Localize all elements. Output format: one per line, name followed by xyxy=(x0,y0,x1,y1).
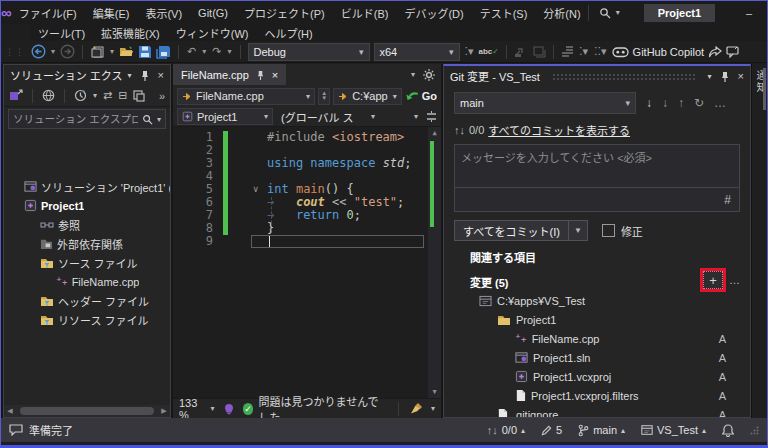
open-folder-icon[interactable] xyxy=(119,45,134,58)
pending-edits[interactable]: 5 xyxy=(541,424,562,436)
menu-item[interactable]: 拡張機能(X) xyxy=(94,23,167,43)
code-editor[interactable]: 1#include <iostream>23using namespace st… xyxy=(173,127,441,398)
code-line[interactable]: 9 xyxy=(173,235,427,248)
tree-row[interactable]: ソース ファイル xyxy=(4,253,170,272)
menu-item[interactable]: ビルド(B) xyxy=(334,3,396,23)
pin-icon[interactable] xyxy=(140,70,150,81)
properties-icon[interactable] xyxy=(133,90,145,102)
toolbar-grip[interactable]: ⋮⋮ xyxy=(5,47,25,57)
solution-horizontal-scrollbar[interactable]: ◀ ▶ xyxy=(4,405,170,417)
menu-item[interactable]: テスト(S) xyxy=(473,3,535,23)
fetch-icon[interactable]: ↓ xyxy=(646,96,652,110)
zoom-select[interactable]: 133 % ▾ xyxy=(179,397,215,421)
document-select[interactable]: FileName.cpp ▾ xyxy=(177,88,315,105)
panel-close-icon[interactable]: × xyxy=(158,69,164,81)
work-item-hash-icon[interactable]: # xyxy=(724,193,731,207)
tree-row[interactable]: ヘッダー ファイル xyxy=(4,291,170,310)
navigate-forward-icon[interactable] xyxy=(60,44,75,59)
solution-configuration-select[interactable]: Debug▾ xyxy=(248,43,370,61)
spell-check-icon[interactable]: abc✓ xyxy=(479,47,500,56)
collapse-all-icon[interactable]: ⊟ xyxy=(118,89,127,102)
share-icon[interactable] xyxy=(708,46,722,58)
solution-search-input[interactable] xyxy=(13,113,138,125)
panel-drag-texture[interactable] xyxy=(552,73,696,80)
solution-search-box[interactable]: ▾ xyxy=(8,109,166,129)
commit-description-box[interactable]: # xyxy=(454,188,740,212)
git-panel-header[interactable]: Git 変更 - VS_Test ▾ × xyxy=(444,66,750,86)
scroll-left-icon[interactable]: ◀ xyxy=(4,407,16,415)
menu-item[interactable]: ヘルプ(H) xyxy=(257,23,319,43)
fold-chevron-icon[interactable]: ∨ xyxy=(253,183,265,196)
filter-dropdown-icon[interactable]: ▾ xyxy=(93,91,97,100)
current-branch[interactable]: main ▴ xyxy=(578,424,625,437)
editor-settings-gear-icon[interactable] xyxy=(423,69,435,81)
show-all-commits-link[interactable]: すべてのコミットを表示する xyxy=(488,122,630,138)
solution-platform-select[interactable]: x64▾ xyxy=(374,43,460,61)
tab-pin-icon[interactable] xyxy=(256,70,265,80)
pin-icon[interactable] xyxy=(720,71,730,82)
save-all-icon[interactable] xyxy=(156,45,171,59)
amend-option[interactable]: 修正 xyxy=(602,223,643,239)
navigate-back-icon[interactable] xyxy=(31,44,46,59)
git-file-row[interactable]: ⁺₊FileName.cppA xyxy=(454,329,740,348)
bell-icon[interactable] xyxy=(722,424,734,437)
window-position-dropdown-icon[interactable]: ▾ xyxy=(708,72,712,81)
intellicode-icon[interactable] xyxy=(223,403,235,415)
sync-status[interactable]: ↑↓ 0/0 ▴ xyxy=(487,424,525,436)
git-file-row[interactable]: Project1.vcxproj.filtersA xyxy=(454,386,740,405)
search-dropdown-icon[interactable]: ▾ xyxy=(616,8,620,17)
panel-close-icon[interactable]: × xyxy=(738,70,744,82)
git-more-icon[interactable]: … xyxy=(714,96,726,110)
scope-select[interactable]: (グローバル ス ▾ xyxy=(276,108,380,125)
window-position-dropdown-icon[interactable]: ▾ xyxy=(128,71,132,80)
resize-grip-icon[interactable] xyxy=(750,426,759,435)
stage-all-button[interactable]: + xyxy=(703,271,723,289)
changes-section[interactable]: 変更 (5) + … xyxy=(454,272,740,291)
undo-dropdown-icon[interactable]: ▾ xyxy=(201,47,207,56)
tree-row[interactable]: ソリューション 'Project1' (1/1 のプロジェクト) xyxy=(4,177,170,196)
new-dropdown-icon[interactable]: ▾ xyxy=(109,47,115,56)
undo-icon[interactable]: ↶ xyxy=(186,45,197,58)
tab-list-dropdown-icon[interactable]: ▾ xyxy=(411,70,415,79)
sync-icon[interactable]: ↻ xyxy=(694,96,704,110)
back-dropdown-icon[interactable]: ▾ xyxy=(50,47,56,56)
git-file-row[interactable]: Project1 xyxy=(454,310,740,329)
preview-changes-icon[interactable]: ⁚▾ xyxy=(464,45,475,58)
tab-filename-cpp[interactable]: FileName.cpp × xyxy=(173,64,286,85)
pull-icon[interactable]: ↓ xyxy=(662,96,668,110)
search-options-dropdown-icon[interactable]: ▾ xyxy=(157,115,161,124)
push-icon[interactable]: ↑ xyxy=(678,96,684,110)
switch-views-icon[interactable] xyxy=(9,89,23,102)
solution-explorer-header[interactable]: ソリューション エクスプローラー ▾ × xyxy=(4,65,170,85)
cleanup-dropdown-icon[interactable]: ▾ xyxy=(431,404,435,413)
project-select[interactable]: Project1 ▾ xyxy=(177,108,273,125)
minimize-button[interactable]: – xyxy=(729,7,768,19)
scroll-right-icon[interactable]: ▶ xyxy=(158,407,170,415)
tree-row[interactable]: Project1 xyxy=(4,196,170,215)
pending-changes-filter-icon[interactable] xyxy=(74,89,87,102)
home-icon[interactable] xyxy=(42,89,55,102)
editor-vertical-scrollbar[interactable]: ▲ ▼ xyxy=(428,127,441,398)
git-file-row[interactable]: C:¥apps¥VS_Test xyxy=(454,291,740,310)
code-cleanup-broom-icon[interactable] xyxy=(410,402,423,415)
commit-all-button[interactable]: すべてをコミット(I) ▼ xyxy=(454,220,588,241)
menu-item[interactable]: デバッグ(D) xyxy=(397,3,470,23)
menu-item[interactable]: 編集(E) xyxy=(86,3,137,23)
new-project-icon[interactable] xyxy=(90,45,105,59)
related-items-section[interactable]: 関連する項目 xyxy=(454,247,740,266)
menu-item[interactable]: ツール(T) xyxy=(31,23,92,43)
menu-item[interactable]: 分析(N) xyxy=(536,3,587,23)
git-file-row[interactable]: .gitignoreA xyxy=(454,405,740,417)
scroll-down-icon[interactable]: ▼ xyxy=(428,388,441,396)
menu-item[interactable]: ファイル(F) xyxy=(12,3,84,23)
tree-row[interactable]: ⁺₊FileName.cpp xyxy=(4,272,170,291)
current-repo[interactable]: VS_Test ▴ xyxy=(641,424,706,436)
changes-more-icon[interactable]: … xyxy=(729,274,740,286)
commit-message-box[interactable] xyxy=(454,144,740,188)
scrollbar-thumb[interactable] xyxy=(20,407,154,415)
commit-options-dropdown-icon[interactable]: ▼ xyxy=(568,221,587,240)
sync-with-active-icon[interactable]: ⇄ xyxy=(103,89,112,102)
feedback-icon[interactable] xyxy=(726,46,739,58)
menu-item[interactable]: プロジェクト(P) xyxy=(237,3,332,23)
feedback-bubble-icon[interactable] xyxy=(9,424,23,436)
